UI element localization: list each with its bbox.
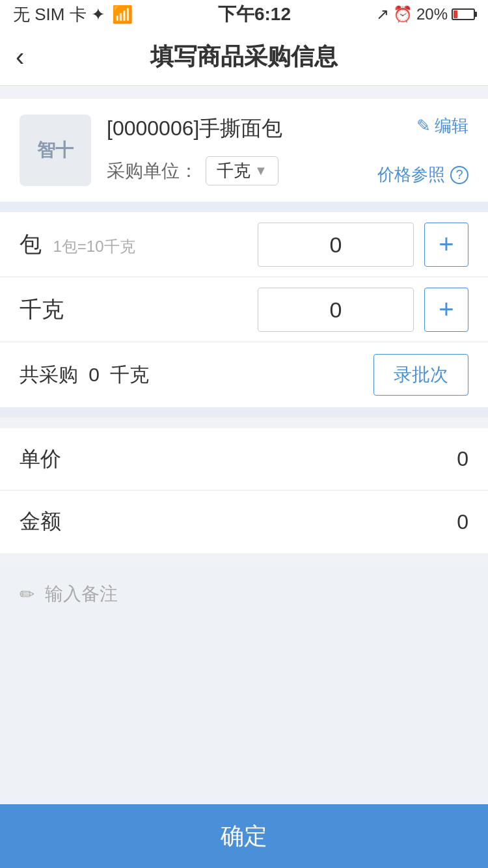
input-section: 包 1包=10千克 0 + 千克 0 + <box>0 212 488 342</box>
status-bar: 无 SIM 卡 ✦ 📶 下午6:12 ↗ ⏰ 20% <box>0 0 488 29</box>
summary-amount: 0 <box>88 364 100 385</box>
edit-label: 编辑 <box>435 115 468 137</box>
summary-prefix: 共采购 <box>20 364 78 385</box>
sim-status: 无 SIM 卡 ✦ <box>13 3 105 26</box>
chevron-down-icon: ▼ <box>254 163 267 178</box>
remark-section[interactable]: ✏ 输入备注 <box>0 563 488 625</box>
unit-price-label: 单价 <box>20 445 61 474</box>
kg-value: 0 <box>330 288 342 332</box>
price-ref-label: 价格参照 <box>377 163 445 186</box>
nav-bar: ‹ 填写商品采购信息 <box>0 29 488 86</box>
plus-icon-1: + <box>439 230 454 259</box>
confirm-button[interactable]: 确定 <box>0 804 488 868</box>
amount-row: 金额 0 <box>0 491 488 553</box>
confirm-label: 确定 <box>221 821 267 852</box>
help-icon: ? <box>450 166 468 184</box>
content-spacer <box>0 625 488 820</box>
product-thumb-text: 智十 <box>37 138 74 163</box>
product-card: 智十 [0000006]手撕面包 采购单位： 千克 ▼ ✎ 编辑 价格参照 ? <box>0 99 488 202</box>
unit-price-row: 单价 0 <box>0 428 488 491</box>
status-left: 无 SIM 卡 ✦ 📶 <box>13 3 133 26</box>
divider-1 <box>0 202 488 212</box>
bao-input-field[interactable]: 0 <box>258 223 414 267</box>
remark-placeholder: 输入备注 <box>45 582 118 606</box>
unit-label: 采购单位： <box>107 159 198 183</box>
summary-unit: 千克 <box>110 364 149 385</box>
record-batch-label: 录批次 <box>394 364 448 385</box>
summary-row: 共采购 0 千克 录批次 <box>0 342 488 407</box>
input-sublabel-bao: 1包=10千克 <box>53 237 135 255</box>
kg-input-field[interactable]: 0 <box>258 288 414 332</box>
status-time: 下午6:12 <box>218 2 291 27</box>
input-row-kg: 千克 0 + <box>0 277 488 342</box>
alarm-icon: ⏰ <box>393 5 413 23</box>
back-icon: ‹ <box>16 42 24 72</box>
unit-select[interactable]: 千克 ▼ <box>206 156 278 185</box>
edit-button[interactable]: ✎ 编辑 <box>416 115 468 137</box>
kg-plus-button[interactable]: + <box>424 288 468 332</box>
location-icon: ↗ <box>376 5 389 23</box>
info-section: 单价 0 金额 0 <box>0 428 488 553</box>
battery-icon <box>452 8 475 20</box>
bao-plus-button[interactable]: + <box>424 223 468 267</box>
unit-value: 千克 <box>217 159 251 182</box>
page-title: 填写商品采购信息 <box>150 41 338 73</box>
product-thumbnail: 智十 <box>20 115 91 186</box>
amount-label: 金额 <box>20 508 61 536</box>
input-label-bao: 包 1包=10千克 <box>20 230 258 260</box>
summary-text: 共采购 0 千克 <box>20 362 149 388</box>
edit-icon: ✎ <box>416 116 431 136</box>
battery-percentage: 20% <box>416 5 448 23</box>
product-name: [0000006]手撕面包 <box>107 115 468 143</box>
status-right: ↗ ⏰ 20% <box>376 5 475 23</box>
unit-price-value: 0 <box>457 447 468 471</box>
wifi-icon: 📶 <box>112 5 133 25</box>
plus-icon-2: + <box>439 295 454 324</box>
price-reference-button[interactable]: 价格参照 ? <box>377 163 468 186</box>
record-batch-button[interactable]: 录批次 <box>373 354 468 396</box>
bao-value: 0 <box>330 223 342 267</box>
input-row-bao: 包 1包=10千克 0 + <box>0 212 488 277</box>
divider-2 <box>0 407 488 418</box>
pencil-icon: ✏ <box>20 584 34 605</box>
back-button[interactable]: ‹ <box>16 42 24 72</box>
amount-value: 0 <box>457 510 468 534</box>
input-label-kg: 千克 <box>20 295 258 325</box>
